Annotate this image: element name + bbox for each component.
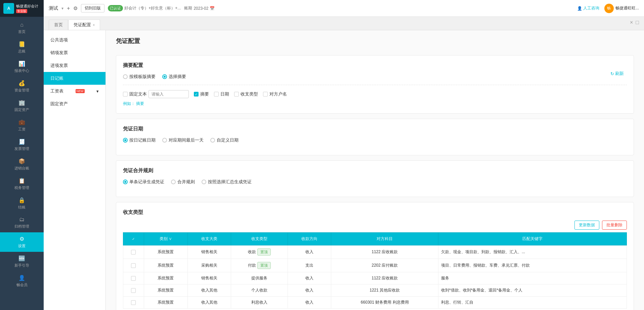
radio-label: 选择摘要 <box>169 74 186 80</box>
close-window-btn[interactable]: × <box>630 20 633 26</box>
app-logo: A 畅捷通好会计 专业版 <box>0 0 44 17</box>
col-header-5: 对方科目 <box>331 233 438 245</box>
status-badge-area: 已认证 好会计（专）+好生意（标）+... <box>108 5 181 11</box>
archive-icon: 🗂 <box>19 217 25 223</box>
tab-凭证配置[interactable]: 凭证配置× <box>68 20 100 30</box>
merge-section: 凭证合并规则 单条记录生成凭证合并规则按照选择汇总生成凭证 <box>116 160 634 197</box>
col-header-3: 收支类型 <box>231 233 288 245</box>
merge-radio[interactable]: 按照选择汇总生成凭证 <box>202 179 252 185</box>
merge-radio[interactable]: 单条记录生成凭证 <box>123 179 164 185</box>
sidebar-item-salary[interactable]: 💼工资 <box>0 116 44 135</box>
left-menu-工资表[interactable]: 工资表NEW▾ <box>44 85 105 98</box>
checkbox-box[interactable]: ✓ <box>194 92 199 96</box>
fixed-text-item: 固定文本 <box>123 90 189 98</box>
summary-radio[interactable]: 选择摘要 <box>162 74 186 80</box>
new-badge: NEW <box>76 89 85 93</box>
date-radio[interactable]: 按日记账日期 <box>123 137 156 143</box>
sidebar-item-assets[interactable]: 🏢固定资产 <box>0 96 44 116</box>
tabbar: 首页凭证配置× <box>44 17 644 30</box>
left-menu-进项发票[interactable]: 进项发票 <box>44 59 105 72</box>
tab-首页[interactable]: 首页 <box>49 20 68 30</box>
service-btn[interactable]: 👤 人工咨询 <box>577 5 599 11</box>
left-menu-固定资产[interactable]: 固定资产 <box>44 98 105 110</box>
settings-icon: ⚙ <box>19 236 24 242</box>
product-badge-text: 好会计（专）+好生意（标）+... <box>124 5 181 11</box>
sidebar-item-report[interactable]: 📊报表中心 <box>0 57 44 77</box>
summary-title: 摘要配置 <box>123 62 627 69</box>
switch-version-btn[interactable]: 切到旧版 <box>81 4 104 12</box>
left-menu-label: 进项发票 <box>50 63 68 69</box>
sidebar-item-invoice[interactable]: 🧾发票管理 <box>0 135 44 155</box>
summary-checkbox-row: 固定文本✓摘要日期收支类型对方户名 <box>123 90 627 98</box>
sidebar-item-fund[interactable]: 💰资金管理 <box>0 77 44 96</box>
summary-radio[interactable]: 按模板版摘要 <box>123 74 156 80</box>
col-header-6: 匹配关键字 <box>438 233 627 245</box>
radio-circle <box>202 180 206 184</box>
table-cell: 660301 财务费用 利息费用 <box>331 297 438 309</box>
topbar-gear-btn[interactable]: ⚙ <box>73 5 78 11</box>
date-section: 凭证日期 按日记账日期对应期间最后一天自定义日期 <box>116 119 634 155</box>
checkbox-对方户名[interactable]: 对方户名 <box>263 91 287 97</box>
tab-close-btn[interactable]: × <box>93 23 95 27</box>
sidebar-item-tax[interactable]: 📋税务管理 <box>0 174 44 194</box>
top-tag-btn[interactable]: 置顶 <box>257 262 271 269</box>
left-menu-label: 工资表 <box>50 88 63 94</box>
update-data-btn[interactable]: 更新数据 <box>574 221 599 230</box>
sidebar-item-settings[interactable]: ⚙设置 <box>0 232 44 252</box>
expand-arrow: ▾ <box>96 89 99 94</box>
radio-label: 合并规则 <box>177 179 195 185</box>
type-cell: 个人收款 <box>231 284 288 297</box>
topbar-dropdown-arrow[interactable]: ▾ <box>61 6 63 11</box>
fixed-text-input[interactable] <box>148 90 189 98</box>
batch-delete-btn[interactable]: 批量删除 <box>602 221 627 230</box>
select-all-checkbox[interactable]: ✓ <box>131 237 136 241</box>
col-header-1: 类别 ∨ <box>144 233 187 245</box>
table-cell: 采购相关 <box>187 259 231 272</box>
sidebar-item-member[interactable]: 👤畅会员 <box>0 271 44 291</box>
top-tag-btn[interactable]: 置顶 <box>257 248 271 256</box>
sidebar-item-purchase[interactable]: 📦进销台账 <box>0 155 44 174</box>
checkbox-日期[interactable]: 日期 <box>214 91 229 97</box>
sidebar-item-guide[interactable]: 🆕新手引导 <box>0 252 44 271</box>
guide-icon: 🆕 <box>18 255 25 262</box>
tab-label: 首页 <box>54 22 63 28</box>
table-row: 系统预置销售相关收款 置顶收入1122 应收账款欠款、现金、项目款、到款、报销款… <box>123 245 627 259</box>
checkbox-box[interactable] <box>263 92 268 96</box>
checkbox-收支类型[interactable]: 收支类型 <box>234 91 258 97</box>
table-cell: 系统预置 <box>144 259 187 272</box>
date-radio[interactable]: 对应期间最后一天 <box>162 137 204 143</box>
refresh-btn[interactable]: ↻ 刷新 <box>610 71 624 77</box>
maximize-window-btn[interactable]: □ <box>636 20 639 26</box>
fund-icon: 💰 <box>18 80 25 86</box>
certified-badge: 已认证 <box>108 5 123 11</box>
fixed-text-checkbox[interactable] <box>123 92 128 96</box>
checkbox-摘要[interactable]: ✓摘要 <box>194 91 209 97</box>
radio-circle <box>162 138 167 143</box>
left-menu-label: 日记账 <box>50 75 63 81</box>
left-menu-公共选项[interactable]: 公共选项 <box>44 34 105 46</box>
left-menu-销项发票[interactable]: 销项发票 <box>44 46 105 59</box>
row-checkbox[interactable] <box>131 250 136 255</box>
row-checkbox[interactable] <box>131 263 136 268</box>
topbar-add-btn[interactable]: + <box>67 5 70 11</box>
checkbox-box[interactable] <box>234 92 239 96</box>
table-cell: 收入 <box>288 272 331 284</box>
left-menu-日记账[interactable]: 日记账 <box>44 72 105 85</box>
left-menu-label: 销项发票 <box>50 50 68 56</box>
merge-radio[interactable]: 合并规则 <box>171 179 195 185</box>
date-radio[interactable]: 自定义日期 <box>210 137 239 143</box>
income-table: ✓类别 ∨收支大类收支类型收款方向对方科目匹配关键字系统预置销售相关收款 置顶收… <box>123 232 627 309</box>
sidebar-item-ledger[interactable]: 📒总账 <box>0 38 44 57</box>
row-checkbox[interactable] <box>131 276 136 281</box>
sidebar-item-close[interactable]: 🔒结账 <box>0 194 44 213</box>
table-cell: 欠款、现金、项目款、到款、报销款、汇入、... <box>438 245 627 259</box>
sidebar-item-home[interactable]: ⌂首页 <box>0 18 44 38</box>
salary-icon: 💼 <box>18 119 25 125</box>
checkbox-label: 摘要 <box>200 91 209 97</box>
row-checkbox[interactable] <box>131 288 136 293</box>
checkbox-box[interactable] <box>214 92 219 96</box>
topbar-title: 测试 <box>49 5 58 11</box>
table-row: 系统预置收入其他利息收入收入660301 财务费用 利息费用利息、行转、汇自 <box>123 297 627 309</box>
sidebar-item-archive[interactable]: 🗂归档管理 <box>0 213 44 232</box>
row-checkbox[interactable] <box>131 300 136 305</box>
